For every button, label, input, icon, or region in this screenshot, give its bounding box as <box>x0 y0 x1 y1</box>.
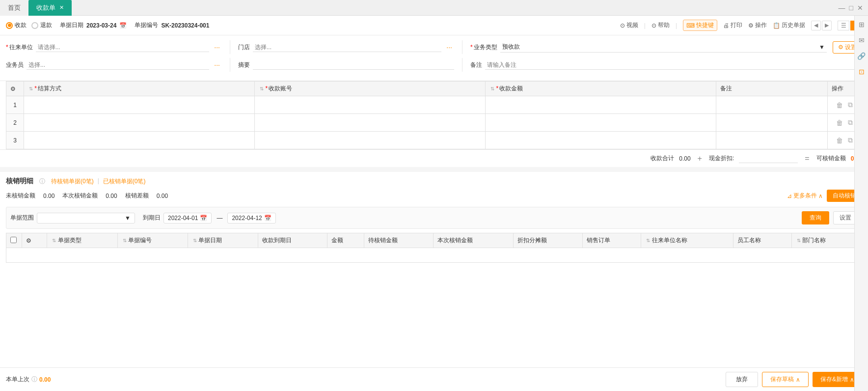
salesman-input[interactable] <box>27 60 209 70</box>
print-label: 打印 <box>731 21 742 29</box>
calendar-icon[interactable]: 📅 <box>119 22 127 29</box>
bottom-info-label: 本单上次 <box>6 375 29 384</box>
due-date-from[interactable]: 2022-04-01 📅 <box>163 213 212 223</box>
sidebar-table-icon[interactable]: ⊞ <box>857 20 867 29</box>
type-radio-group: 收款 退款 <box>6 21 52 29</box>
settle-cell-1[interactable] <box>24 96 255 114</box>
verify-tab-pending[interactable]: 待核销单据(0笔) <box>51 177 94 186</box>
radio-receipt-circle <box>6 22 13 29</box>
copy-icon-3[interactable]: ⧉ <box>846 136 855 145</box>
sub-table: ⚙ ⇅ 单据类型 ⇅ 单据编号 ⇅ 单据日期 <box>6 233 862 263</box>
draft-button[interactable]: 保存草稿 ∧ <box>762 372 809 387</box>
form-row-1: 往来单位 ··· 门店 ··· 业务类型 预收款 ▼ <box>6 40 862 54</box>
store-label: 门店 <box>238 43 250 52</box>
amount-cell-1[interactable] <box>486 96 716 114</box>
business-type-select[interactable]: 预收款 ▼ <box>500 42 827 53</box>
summary-field: 摘要 <box>238 60 454 70</box>
business-type-value: 预收款 <box>502 43 520 51</box>
operate-label: 操作 <box>755 21 767 29</box>
delete-icon-1[interactable]: 🗑 <box>835 101 844 110</box>
counterpart-input[interactable] <box>36 43 210 52</box>
store-field: 门店 ··· <box>238 43 454 52</box>
tab-home[interactable]: 首页 <box>0 0 28 16</box>
sidebar-scan-icon[interactable]: ⊡ <box>857 67 867 77</box>
verify-title-text: 核销明细 <box>6 177 33 186</box>
current-label: 本次核销金额 <box>62 192 98 200</box>
radio-refund[interactable]: 退款 <box>31 21 52 29</box>
date-to-value: 2022-04-12 <box>232 215 262 222</box>
tab-close-icon[interactable]: ✕ <box>59 4 64 11</box>
total-value: 0.00 <box>679 155 690 162</box>
history-btn[interactable]: 📋 历史单据 <box>773 21 805 29</box>
account-cell-2[interactable] <box>255 114 486 132</box>
select-all-checkbox[interactable] <box>10 237 17 243</box>
amount-cell-3[interactable] <box>486 132 716 149</box>
query-button[interactable]: 查询 <box>802 211 829 224</box>
info-icon: ⓘ <box>39 177 45 186</box>
copy-icon-2[interactable]: ⧉ <box>846 118 855 127</box>
video-btn[interactable]: ⊙ 视频 <box>620 21 638 29</box>
discount-input[interactable] <box>739 154 798 163</box>
store-more-icon[interactable]: ··· <box>444 43 454 51</box>
account-cell-3[interactable] <box>255 132 486 149</box>
amount-cell-2[interactable] <box>486 114 716 132</box>
copy-icon-1[interactable]: ⧉ <box>846 101 855 110</box>
counterpart-more-icon[interactable]: ··· <box>212 43 222 51</box>
checkbox-header[interactable] <box>6 233 22 248</box>
col-settings-sub[interactable]: ⚙ <box>22 233 47 248</box>
remark-cell-3[interactable] <box>716 132 828 149</box>
verify-title: 核销明细 ⓘ 待核销单据(0笔) | 已核销单据(0笔) <box>6 177 862 186</box>
nav-prev[interactable]: ◀ <box>811 21 821 30</box>
close-icon[interactable]: ✕ <box>857 4 863 12</box>
history-icon: 📋 <box>773 22 780 29</box>
remark-label: 备注 <box>470 61 482 69</box>
summary-input[interactable] <box>253 60 454 70</box>
dropdown-icon: ▼ <box>125 215 131 222</box>
settle-cell-2[interactable] <box>24 114 255 132</box>
shortcut-btn[interactable]: ⌨ 快捷键 <box>683 20 717 31</box>
remark-input[interactable] <box>485 60 862 70</box>
help-btn[interactable]: ⊙ 帮助 <box>651 21 670 29</box>
row-num-2: 2 <box>6 114 24 132</box>
save-chevron: ∧ <box>850 376 854 383</box>
minimize-icon[interactable]: — <box>839 4 845 12</box>
delete-icon-3[interactable]: 🗑 <box>835 136 844 145</box>
store-input[interactable] <box>253 43 441 52</box>
tab-bar: 首页 收款单 ✕ — □ ✕ <box>0 0 868 16</box>
order-label: 单据编号 <box>135 21 158 29</box>
remark-cell-2[interactable] <box>716 114 828 132</box>
remark-cell-1[interactable] <box>716 96 828 114</box>
nav-next[interactable]: ▶ <box>822 21 832 30</box>
tab-receipt[interactable]: 收款单 ✕ <box>28 0 72 16</box>
settle-cell-3[interactable] <box>24 132 255 149</box>
info-icon-bottom: ⓘ <box>31 375 37 384</box>
range-select[interactable]: ▼ <box>37 213 135 223</box>
sub-table-row <box>6 248 862 263</box>
range-label: 单据范围 <box>10 214 34 222</box>
verify-tab-done[interactable]: 已核销单据(0笔) <box>103 177 146 186</box>
draft-chevron: ∧ <box>796 376 800 383</box>
operate-btn[interactable]: ⚙ 操作 <box>748 21 767 29</box>
tab-home-label: 首页 <box>8 3 21 12</box>
gear-icon: ⚙ <box>838 44 843 51</box>
sidebar-email-icon[interactable]: ✉ <box>857 35 867 45</box>
sidebar-link-icon[interactable]: 🔗 <box>857 51 867 61</box>
more-conditions-btn[interactable]: ⊿ 更多条件 ∧ <box>787 192 823 200</box>
view-list[interactable]: ☰ <box>838 21 849 30</box>
account-cell-1[interactable] <box>255 96 486 114</box>
abandon-button[interactable]: 放弃 <box>726 372 758 387</box>
cal-icon: 📅 <box>200 215 207 222</box>
due-date-to[interactable]: 2022-04-12 📅 <box>227 213 275 223</box>
delete-icon-2[interactable]: 🗑 <box>835 118 844 127</box>
date-value: 2023-03-24 <box>86 22 116 29</box>
help-icon: ⊙ <box>651 22 656 29</box>
maximize-icon[interactable]: □ <box>849 4 853 12</box>
print-btn[interactable]: 🖨 打印 <box>723 21 742 29</box>
sub-col-type: ⇅ 单据类型 <box>47 233 117 248</box>
video-label: 视频 <box>626 21 638 29</box>
col-settings-header[interactable]: ⚙ <box>6 82 24 96</box>
salesman-more-icon[interactable]: ··· <box>212 61 222 69</box>
radio-receipt[interactable]: 收款 <box>6 21 27 29</box>
date-field: 单据日期 2023-03-24 📅 <box>60 21 127 29</box>
sub-col-current: 本次核销金额 <box>434 233 514 248</box>
